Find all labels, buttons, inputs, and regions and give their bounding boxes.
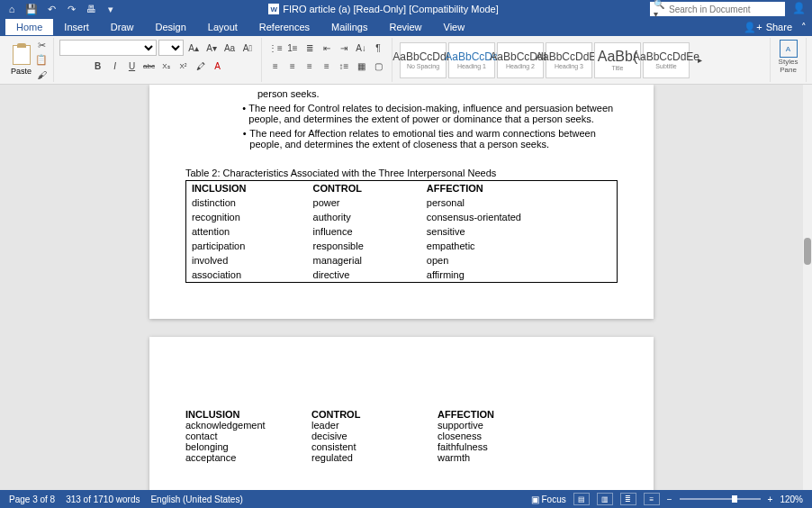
document-title: FIRO article (a) [Read-Only] [Compatibil… [283,4,499,14]
bold-button[interactable]: B [90,58,106,74]
undo-icon[interactable]: ↶ [45,3,58,15]
underline-button[interactable]: U [124,58,140,74]
font-color-icon[interactable]: A [210,58,226,74]
style-no-spacing[interactable]: AaBbCcDdENo Spacing [400,42,447,78]
style-heading-1[interactable]: AaBbCcDdHeading 1 [448,42,495,78]
indent-icon[interactable]: ⇥ [336,40,352,56]
multilevel-icon[interactable]: ≣ [302,40,318,56]
align-left-icon[interactable]: ≡ [267,58,284,74]
table-row: participationresponsibleempathetic [186,239,618,253]
table-row: acceptanceregulatedwarmth [185,452,618,463]
redo-icon[interactable]: ↷ [65,3,77,15]
paste-button[interactable]: Paste [11,45,32,76]
share-icon: 👤+ [744,22,762,33]
qat-more-icon[interactable]: ▾ [104,3,117,15]
outline-view-icon[interactable]: ≣ [620,493,636,505]
align-right-icon[interactable]: ≡ [302,58,318,74]
font-size-combo[interactable] [158,40,184,56]
zoom-out-button[interactable]: − [667,494,672,504]
tab-draw[interactable]: Draw [100,19,145,35]
draft-view-icon[interactable]: ≡ [644,493,660,505]
word-icon: W [268,4,279,14]
paste-label: Paste [11,67,32,76]
cut-icon[interactable]: ✂ [35,40,48,52]
highlight-icon[interactable]: 🖍 [193,58,209,74]
table-row: involvedmanagerialopen [186,253,618,268]
change-case-icon[interactable]: Aa [221,40,238,56]
print-icon[interactable]: 🖶 [85,3,97,15]
share-button[interactable]: Share [766,22,792,32]
numbering-icon[interactable]: 1≡ [284,40,301,56]
table-row: belongingconsistentfaithfulness [185,441,618,452]
table-row: contactdecisivecloseness [185,431,618,441]
table-row: recognitionauthorityconsensus-orientated [186,210,618,224]
tab-insert[interactable]: Insert [53,19,100,35]
bullets-icon[interactable]: ⋮≡ [267,40,284,56]
tab-design[interactable]: Design [145,19,197,35]
table-header-row: INCLUSION CONTROL AFFECTION [185,409,618,420]
search-icon: 🔍▾ [654,0,667,19]
table-header-row: INCLUSION CONTROL AFFECTION [186,181,618,196]
styles-pane-icon: A [780,40,798,58]
table-row: acknowledgementleadersupportive [185,420,618,431]
focus-mode-label[interactable]: ▣ Focus [531,494,566,504]
align-center-icon[interactable]: ≡ [284,58,301,74]
web-layout-view-icon[interactable]: ▥ [597,493,613,505]
shrink-font-icon[interactable]: A▾ [203,40,220,56]
ribbon-collapse-icon[interactable]: ˄ [801,22,807,33]
format-painter-icon[interactable]: 🖌 [35,68,48,81]
tab-references[interactable]: References [248,19,320,35]
body-text: person seeks. [257,88,319,99]
tab-review[interactable]: Review [378,19,432,35]
styles-pane-button[interactable]: A Styles Pane [771,38,807,82]
zoom-level[interactable]: 120% [780,494,803,504]
table-row: attentioninfluencesensitive [186,224,618,239]
zoom-slider-thumb[interactable] [732,495,737,503]
zoom-in-button[interactable]: + [768,494,773,504]
borders-icon[interactable]: ▢ [370,58,386,74]
status-words[interactable]: 313 of 1710 words [66,494,140,504]
search-box[interactable]: 🔍▾ [650,2,785,16]
show-marks-icon[interactable]: ¶ [370,40,386,56]
clear-format-icon[interactable]: A⃠ [239,40,256,56]
vertical-scrollbar[interactable] [803,85,812,490]
save-icon[interactable]: 💾 [25,3,38,15]
line-spacing-icon[interactable]: ↕≡ [336,58,352,74]
document-canvas[interactable]: person seeks. •The need for Control rela… [0,85,803,490]
clipboard-icon [13,45,31,65]
characteristics-table: INCLUSION CONTROL AFFECTION distinctionp… [185,180,618,283]
zoom-slider[interactable] [680,498,761,500]
print-layout-view-icon[interactable]: ▤ [573,493,590,505]
status-language[interactable]: English (United States) [150,494,242,504]
strike-button[interactable]: abc [141,58,158,74]
shading-icon[interactable]: ▦ [353,58,369,74]
italic-button[interactable]: I [107,58,123,74]
subscript-button[interactable]: X₂ [158,58,175,74]
tab-home[interactable]: Home [5,19,53,35]
document-page: person seeks. •The need for Control rela… [149,85,654,319]
grow-font-icon[interactable]: A▴ [185,40,202,56]
style-subtitle[interactable]: AaBbCcDdEeSubtitle [643,42,690,78]
search-input[interactable] [669,5,781,14]
body-text: The need for Control relates to decision… [248,103,618,124]
table-caption: Table 2: Characteristics Associated with… [185,168,618,178]
document-page: INCLUSION CONTROL AFFECTION acknowledgem… [149,337,654,490]
table-row: associationdirectiveaffirming [186,268,618,283]
sort-icon[interactable]: A↓ [353,40,369,56]
tab-layout[interactable]: Layout [197,19,248,35]
styles-scroll-icon[interactable]: ▸ [691,52,708,68]
superscript-button[interactable]: X² [176,58,192,74]
tab-mailings[interactable]: Mailings [320,19,378,35]
body-text: The need for Affection relates to emotio… [249,128,618,150]
tab-view[interactable]: View [433,19,476,35]
copy-icon[interactable]: 📋 [35,54,48,67]
home-icon[interactable]: ⌂ [5,3,18,15]
outdent-icon[interactable]: ⇤ [319,40,335,56]
table-row: distinctionpowerpersonal [186,195,618,210]
style-heading-3[interactable]: AaBbCcDdEeHeading 3 [546,42,592,78]
justify-icon[interactable]: ≡ [319,58,335,74]
font-family-combo[interactable] [59,40,157,56]
ribbon-ai-icon[interactable]: 👤 [792,2,807,16]
status-page[interactable]: Page 3 of 8 [9,494,55,504]
scroll-thumb[interactable] [804,238,811,265]
